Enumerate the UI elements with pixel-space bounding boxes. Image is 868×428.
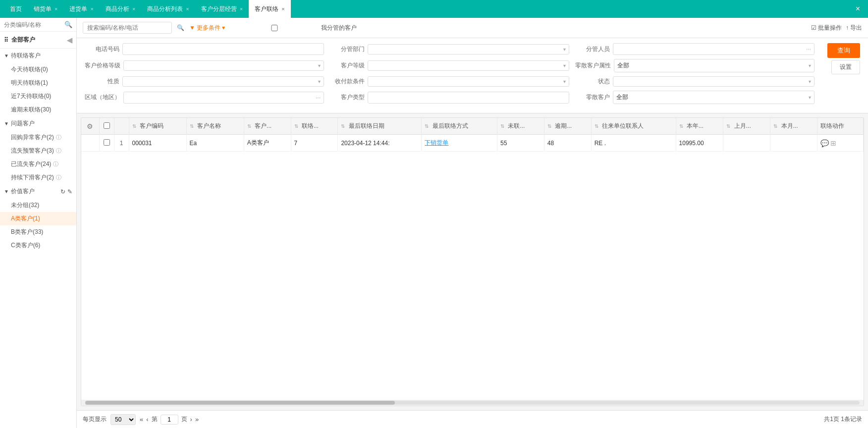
more-filters-btn[interactable]: ▼ 更多条件 ▾: [189, 24, 225, 32]
sidebar-item-class-c[interactable]: C类客户(6): [0, 239, 76, 252]
data-table: ⚙ ⇅ 客户编码 ⇅ 客户名称: [81, 118, 864, 152]
info-icon-declining: ⓘ: [56, 174, 61, 181]
sidebar-section-problem-customers[interactable]: ▼ 问题客户: [0, 116, 76, 131]
col-contact-actions: 联络动作: [817, 118, 864, 135]
nav-customer-contact[interactable]: 客户联络 ×: [249, 0, 290, 18]
nav-sales-order[interactable]: 销货单 ×: [28, 0, 63, 18]
sidebar-item-ungrouped[interactable]: 未分组(32): [0, 199, 76, 212]
sidebar-item-churned[interactable]: 已流失客户(24) ⓘ: [0, 158, 76, 171]
scrollbar-thumb[interactable]: [85, 401, 395, 405]
row-last-contact-method-link[interactable]: 下销货单: [425, 139, 448, 146]
per-page-select[interactable]: 50 100 200: [110, 414, 136, 425]
col-this-month[interactable]: ⇅ 本月...: [770, 118, 817, 135]
customer-level-label: 客户等级: [330, 61, 365, 70]
retail-attr-select[interactable]: 全部 ▾: [614, 59, 814, 72]
filter-cell-nature: 性质 ▾: [85, 76, 330, 87]
col-customer-code[interactable]: ⇅ 客户编码: [129, 118, 186, 135]
manager-label: 分管人员: [575, 45, 610, 54]
horizontal-scrollbar[interactable]: [81, 400, 864, 406]
col-unit-contact[interactable]: ⇅ 往来单位联系人: [591, 118, 676, 135]
close-product-analysis-list[interactable]: ×: [186, 6, 189, 12]
customer-level-select[interactable]: ▾: [368, 60, 569, 71]
col-last-month[interactable]: ⇅ 上月...: [723, 118, 770, 135]
page-number-input[interactable]: [161, 415, 178, 425]
next-page-btn[interactable]: ›: [190, 416, 192, 423]
price-level-select[interactable]: ▾: [123, 60, 324, 71]
sidebar-item-churn-warning[interactable]: 流失预警客户(3) ⓘ: [0, 144, 76, 158]
table-settings-icon[interactable]: ⚙: [87, 122, 93, 130]
sidebar-item-repurchase-abnormal[interactable]: 回购异常客户(2) ⓘ: [0, 131, 76, 144]
status-select[interactable]: ▾: [613, 76, 814, 87]
col-last-contact-method[interactable]: ⇅ 最后联络方式: [422, 118, 497, 135]
close-customer-segment[interactable]: ×: [240, 6, 243, 12]
filter-cell-price-level: 客户价格等级 ▾: [85, 60, 330, 71]
main-layout: 🔍 ⠿ 全部客户 ◀ ▼ 待联络客户 今天待联络(0) 明天待联络(1) 近7天…: [0, 18, 868, 428]
manager-select[interactable]: ···: [613, 43, 814, 55]
my-customers-checkbox-label[interactable]: 我分管的客户: [230, 24, 357, 32]
sidebar-section-pending-contact[interactable]: ▼ 待联络客户: [0, 49, 76, 63]
retail-attr-label: 零散客户属性: [575, 61, 611, 70]
nav-product-analysis[interactable]: 商品分析 ×: [100, 0, 141, 18]
set-button[interactable]: 设置: [831, 60, 860, 74]
region-select[interactable]: ···: [123, 92, 324, 104]
row-chat-icon[interactable]: 💬: [820, 139, 829, 147]
export-btn[interactable]: ↑ 导出: [846, 24, 862, 32]
col-contact-count[interactable]: ⇅ 联络...: [291, 118, 338, 135]
close-product-analysis[interactable]: ×: [132, 6, 135, 12]
prev-page-btn[interactable]: ‹: [146, 416, 148, 423]
nav-customer-segment[interactable]: 客户分层经营 ×: [195, 0, 249, 18]
filter-cell-customer-level: 客户等级 ▾: [330, 60, 575, 71]
sidebar-search-input[interactable]: [4, 21, 64, 28]
sidebar: 🔍 ⠿ 全部客户 ◀ ▼ 待联络客户 今天待联络(0) 明天待联络(1) 近7天…: [0, 18, 77, 428]
query-button[interactable]: 查询: [827, 43, 860, 58]
sidebar-item-tomorrow-contact[interactable]: 明天待联络(1): [0, 76, 76, 90]
nature-select[interactable]: ▾: [122, 76, 324, 87]
col-overdue[interactable]: ⇅ 逾期...: [544, 118, 591, 135]
sort-icon-last-contact-method: ⇅: [425, 123, 429, 129]
nav-product-analysis-list[interactable]: 商品分析列表 ×: [141, 0, 195, 18]
col-customer-name[interactable]: ⇅ 客户名称: [186, 118, 244, 135]
last-page-btn[interactable]: »: [195, 416, 199, 423]
value-customers-items: 未分组(32) A类客户(1) B类客户(33) C类客户(6): [0, 199, 76, 252]
first-page-btn[interactable]: «: [140, 416, 143, 423]
sidebar-item-today-contact[interactable]: 今天待联络(0): [0, 63, 76, 76]
sidebar-search-icon[interactable]: 🔍: [64, 21, 72, 28]
info-icon-churned: ⓘ: [53, 160, 58, 168]
sidebar-item-7days-contact[interactable]: 近7天待联络(0): [0, 90, 76, 103]
sidebar-item-declining[interactable]: 持续下滑客户(2) ⓘ: [0, 171, 76, 184]
close-purchase-order[interactable]: ×: [90, 6, 93, 12]
value-customers-edit-icon[interactable]: ✎: [67, 188, 72, 195]
nav-purchase-order[interactable]: 进货单 ×: [63, 0, 99, 18]
dept-select[interactable]: ▾: [368, 44, 569, 54]
retail-select[interactable]: 全部 ▾: [613, 91, 814, 104]
top-nav: 首页 销货单 × 进货单 × 商品分析 × 商品分析列表 × 客户分层经营 × …: [0, 0, 868, 18]
sidebar-all-customers[interactable]: ⠿ 全部客户 ◀: [0, 32, 76, 49]
payment-select[interactable]: ▾: [368, 76, 569, 87]
my-customers-checkbox[interactable]: [230, 25, 319, 31]
row-checkbox[interactable]: [104, 139, 110, 146]
close-customer-contact[interactable]: ×: [281, 6, 284, 12]
phone-input[interactable]: [122, 43, 324, 55]
status-arrow-icon: ▾: [809, 79, 811, 84]
col-not-contacted[interactable]: ⇅ 未联...: [497, 118, 544, 135]
filter-search-icon[interactable]: 🔍: [177, 24, 184, 31]
sidebar-item-class-b[interactable]: B类客户(33): [0, 225, 76, 239]
sidebar-item-overdue-contact[interactable]: 逾期未联络(30): [0, 103, 76, 116]
row-grid-icon[interactable]: ⊞: [830, 139, 836, 147]
sidebar-collapse-btn[interactable]: ◀: [67, 36, 72, 44]
nav-home[interactable]: 首页: [4, 0, 28, 18]
search-input[interactable]: [83, 22, 172, 34]
filter-cell-region: 区域（地区） ···: [85, 92, 330, 104]
batch-operation-btn[interactable]: ☑ 批量操作: [811, 24, 842, 32]
select-all-checkbox[interactable]: [104, 122, 110, 129]
col-customer-level[interactable]: ⇅ 客户...: [244, 118, 291, 135]
sidebar-section-value-customers[interactable]: ▼ 价值客户 ↻ ✎: [0, 184, 76, 199]
col-checkbox-header: [99, 118, 114, 135]
close-window-btn[interactable]: ×: [852, 4, 864, 13]
close-sales-order[interactable]: ×: [54, 6, 57, 12]
sidebar-item-class-a[interactable]: A类客户(1): [0, 212, 76, 225]
col-last-contact-date[interactable]: ⇅ 最后联络日期: [338, 118, 422, 135]
value-customers-refresh-icon[interactable]: ↻: [60, 188, 65, 195]
col-this-year[interactable]: ⇅ 本年...: [676, 118, 723, 135]
customer-type-input[interactable]: [368, 92, 569, 104]
